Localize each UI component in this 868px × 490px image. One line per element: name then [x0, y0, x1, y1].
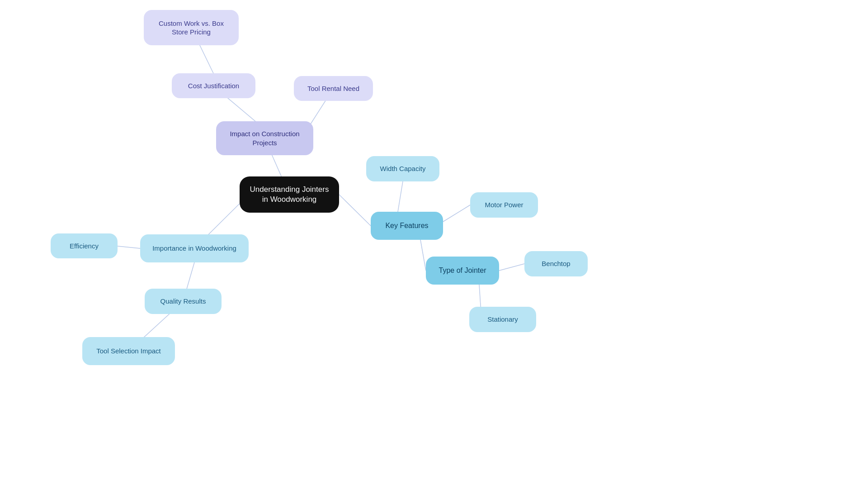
key-features-node[interactable]: Key Features	[371, 212, 443, 240]
quality-results-label: Quality Results	[160, 297, 206, 306]
connection-line	[420, 240, 426, 271]
tool-rental-label: Tool Rental Need	[307, 84, 359, 93]
importance-node[interactable]: Importance in Woodworking	[140, 234, 249, 262]
key-features-label: Key Features	[385, 221, 428, 231]
custom-work-node[interactable]: Custom Work vs. Box Store Pricing	[144, 10, 239, 45]
tool-rental-node[interactable]: Tool Rental Need	[294, 76, 373, 101]
importance-label: Importance in Woodworking	[152, 244, 236, 253]
tool-selection-label: Tool Selection Impact	[96, 347, 161, 356]
impact-construction-label: Impact on Construction Projects	[225, 129, 304, 147]
connection-line	[118, 246, 140, 248]
central-label: Understanding Jointers in Woodworking	[249, 185, 330, 205]
stationary-node[interactable]: Stationary	[469, 307, 536, 332]
connection-line	[499, 264, 524, 271]
efficiency-label: Efficiency	[70, 242, 99, 251]
width-capacity-node[interactable]: Width Capacity	[366, 156, 439, 181]
benchtop-node[interactable]: Benchtop	[524, 251, 588, 276]
cost-justification-node[interactable]: Cost Justification	[172, 73, 255, 98]
connection-line	[443, 205, 470, 222]
efficiency-node[interactable]: Efficiency	[51, 233, 118, 258]
motor-power-node[interactable]: Motor Power	[470, 192, 538, 218]
stationary-label: Stationary	[487, 315, 518, 324]
motor-power-label: Motor Power	[485, 200, 523, 209]
impact-construction-node[interactable]: Impact on Construction Projects	[216, 121, 313, 155]
central-node[interactable]: Understanding Jointers in Woodworking	[240, 176, 339, 213]
tool-selection-node[interactable]: Tool Selection Impact	[82, 337, 175, 365]
quality-results-node[interactable]: Quality Results	[145, 289, 222, 314]
type-jointer-label: Type of Jointer	[439, 266, 486, 276]
connection-line	[398, 181, 403, 212]
width-capacity-label: Width Capacity	[380, 164, 426, 173]
type-jointer-node[interactable]: Type of Jointer	[426, 257, 499, 285]
custom-work-label: Custom Work vs. Box Store Pricing	[153, 19, 230, 37]
cost-justification-label: Cost Justification	[188, 81, 239, 90]
benchtop-label: Benchtop	[542, 259, 570, 268]
connection-line	[339, 195, 371, 226]
